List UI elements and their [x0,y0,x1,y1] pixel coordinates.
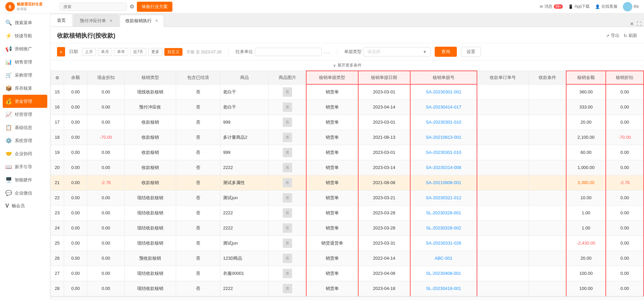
close-window-icon[interactable]: ✕ [630,21,634,27]
cell-verify-doc-no[interactable]: ABC-001 [410,251,477,266]
cell-verify-doc-no[interactable]: SA-20210808-001 [410,175,477,190]
list-icon: 📋 [5,124,12,131]
cell-verify-doc-no[interactable]: SL-20230328-001 [410,205,477,220]
cell-no: 28 [51,281,64,296]
maximize-icon[interactable]: ⛶ [637,21,641,27]
date-btn-this-year[interactable]: 本年 [114,48,128,56]
sidebar-item-inventory[interactable]: 📦 库存核算 [0,82,50,95]
cell-verify-doc-type: 销货退货单 [306,235,358,251]
sidebar-item-hardware[interactable]: 🖥️ 智能硬件 [0,173,50,186]
cell-goods-img: 图 [269,235,306,251]
sidebar-item-purchase[interactable]: 🛒 采购管理 [0,69,50,82]
cell-goods-img: 图 [269,160,306,175]
top-bar: 6 畅捷通谊好生意 标准版 ⚙ 体验行业方案 ✉ 消息 99+ 📱 App下载 … [0,0,644,13]
cell-goods-img: 图 [269,175,306,190]
cell-goods-img: 图 [269,145,306,160]
export-button[interactable]: ↗ 导出 [606,33,620,39]
sidebar-item-finance[interactable]: 💰 资金管理 [3,95,47,108]
party-dots-btn[interactable]: ... [324,49,330,55]
doc-type-select[interactable]: 请选择 ▼ [364,47,431,56]
cell-verify-doc-no[interactable]: SL-20230328-002 [410,220,477,235]
expand-more-conditions-button[interactable]: ∨ 展开更多条件 [333,62,362,68]
query-button[interactable]: 查询 [435,47,457,57]
cell-verify-doc-no[interactable]: SL-20230408-001 [410,266,477,281]
verify-doc-no-link[interactable]: SL-20230408-001 [426,271,461,276]
messages-button[interactable]: ✉ 消息 99+ [540,4,563,9]
verify-doc-no-link[interactable]: SA-20230321-012 [426,195,462,200]
top-center: ⚙ 体验行业方案 [60,2,536,12]
verify-doc-no-link[interactable]: SA-20230314-008 [426,165,462,170]
export-icon: ↗ [606,33,609,38]
cell-include-settled: 否 [176,205,220,220]
verify-doc-no-link[interactable]: SA-20230301-010 [426,120,462,125]
sidebar-item-quicknav[interactable]: ⚡ 快捷导航 [0,29,50,42]
cell-verify-doc-no[interactable]: SA-20210813-001 [410,130,477,145]
cell-verify-doc-no[interactable]: SA-20230321-012 [410,190,477,205]
col-header-gear[interactable]: ⚙ [51,71,64,84]
sidebar-item-marketing[interactable]: 📢 营销推广 [0,42,50,55]
filter-settings-button[interactable]: 设置 [461,47,481,57]
tab-prepayment[interactable]: 预付冲应付单 ✕ [74,14,118,27]
cell-include-settled: 否 [176,281,220,296]
online-service-button[interactable]: 👤 在线客服 [595,4,618,9]
date-btn-last-month[interactable]: 上月 [82,48,96,56]
tab-close-prepayment[interactable]: ✕ [109,18,113,23]
verify-doc-no-link[interactable]: SL-20230328-001 [426,210,461,215]
cell-verify-doc-no[interactable]: SA-20230414-017 [410,99,477,115]
cell-receipt-cond [529,145,566,160]
verify-doc-no-link[interactable]: SA-20230414-017 [426,104,462,110]
sidebar-item-operations[interactable]: 📈 经营管理 [0,108,50,121]
megaphone-icon: 📢 [5,46,12,52]
cell-verify-doc-no[interactable]: SL-20230418-001 [410,281,477,296]
verify-doc-no-link[interactable]: SA-20210813-001 [426,135,462,140]
tab-close-receipt-verify[interactable]: ✕ [155,18,158,23]
sidebar-item-guide[interactable]: 📖 新手引导 [0,160,50,173]
table-row: 26 0.00 0.00 预收款核销 否 123D商品 图 销货单 2022-0… [51,251,644,266]
party-input[interactable] [255,48,322,56]
verify-doc-no-link[interactable]: ABC-001 [435,256,452,261]
cell-verify-doc-no[interactable]: SA-20230314-008 [410,160,477,175]
cell-verify-doc-no[interactable]: SA-20230301-010 [410,115,477,130]
sidebar-item-vip[interactable]: V 畅会员 [0,200,50,212]
sidebar-item-search[interactable]: 🔍 搜索菜单 [0,16,50,29]
app-download-button[interactable]: 📱 App下载 [568,4,590,9]
date-btn-7days[interactable]: 近7天 [130,48,147,56]
cell-verify-doc-no[interactable]: SA-20230301-010 [410,145,477,160]
table-row: 16 0.00 0.00 预付冲应收 否 老白干 图 销货单 2023-04-1… [51,99,644,115]
tab-receipt-verify[interactable]: 收款核销执行 ✕ [120,15,164,27]
sidebar-item-enterprise[interactable]: 🤝 企业协同 [0,147,50,160]
table-row: 22 0.00 0.00 现结收款核销 否 测试jun 图 销货单 2023-0… [51,190,644,205]
verify-doc-no-link[interactable]: SL-20230418-001 [426,286,461,291]
verify-doc-no-link[interactable]: SA-20210808-001 [426,180,462,185]
cell-verify-discount: 0.00 [606,115,644,130]
cell-goods-img: 图 [269,266,306,281]
industry-solution-button[interactable]: 体验行业方案 [137,2,172,12]
cell-verify-doc-no[interactable]: SA-20230301-001 [410,84,477,99]
cell-receipt-cond [529,160,566,175]
total-amount-display: 40,556,66... [589,299,612,300]
date-btn-this-month[interactable]: 本月 [98,48,112,56]
search-input[interactable] [60,3,127,11]
verify-doc-no-link[interactable]: SA-20230301-010 [426,150,462,155]
date-btn-more[interactable]: 更多 [148,48,162,56]
verify-doc-no-link[interactable]: SA-20230331-026 [426,241,462,246]
date-btn-custom[interactable]: 自定义 [164,48,182,56]
sidebar-item-system[interactable]: ⚙️ 系统管理 [0,134,50,147]
verify-doc-no-link[interactable]: SL-20230328-002 [426,225,461,230]
cell-verify-doc-no[interactable]: SA-20230331-026 [410,235,477,251]
refresh-button[interactable]: ↻ 刷新 [624,33,637,39]
cell-goods: 测试jun [220,190,269,205]
settings-icon[interactable]: ⚙ [129,3,134,10]
tab-home[interactable]: 首页 [50,14,73,27]
cell-verify-doc-type: 销货单 [306,175,358,190]
verify-doc-no-link[interactable]: SA-20230301-001 [426,89,462,94]
cell-verify-amount: 100.00 [566,266,606,281]
sidebar-item-sales[interactable]: 📊 销售管理 [0,55,50,69]
sidebar-item-wechat[interactable]: 💬 企业微信 [0,186,50,200]
logo-icon: 6 [5,2,15,11]
cell-goods: 多计量商品2 [220,130,269,145]
expand-filter-button[interactable]: » [57,47,65,56]
operations-icon: 📈 [5,111,12,118]
user-area[interactable]: Rit [623,2,639,11]
sidebar-item-basic-info[interactable]: 📋 基础信息 [0,121,50,134]
